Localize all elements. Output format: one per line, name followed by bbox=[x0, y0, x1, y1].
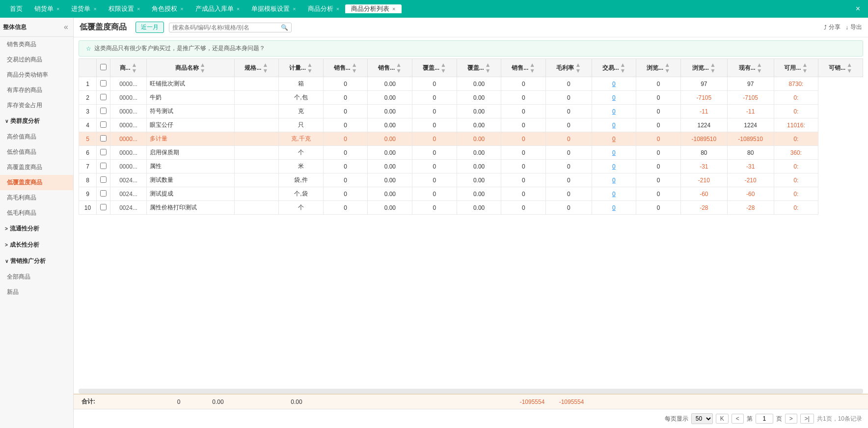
select-all-checkbox[interactable] bbox=[100, 64, 107, 70]
row-checkbox[interactable] bbox=[100, 80, 107, 86]
sidebar-item-商品分类动销率[interactable]: 商品分类动销率 bbox=[0, 67, 73, 83]
sidebar-item-交易过的商品[interactable]: 交易过的商品 bbox=[0, 52, 73, 67]
sidebar-item-低毛利商品[interactable]: 低毛利商品 bbox=[0, 205, 73, 221]
sidebar-section-营销推广分析[interactable]: ∨营销推广分析 bbox=[0, 253, 73, 269]
row-checkbox[interactable] bbox=[100, 176, 107, 183]
sidebar-section-成长性分析[interactable]: >成长性分析 bbox=[0, 237, 73, 253]
nav-close-icon[interactable]: × bbox=[93, 6, 96, 12]
nav-close-icon[interactable]: × bbox=[293, 6, 296, 12]
row-checkbox[interactable] bbox=[100, 190, 107, 197]
next-page-button[interactable]: > bbox=[785, 414, 797, 424]
first-page-button[interactable]: K bbox=[716, 414, 729, 424]
sidebar-item-高毛利商品[interactable]: 高毛利商品 bbox=[0, 190, 73, 205]
sidebar-section-类群度分析[interactable]: ∨类群度分析 bbox=[0, 113, 73, 129]
th-name[interactable]: 商品名称▲▼ bbox=[146, 59, 234, 77]
sidebar-item-销售类商品[interactable]: 销售类商品 bbox=[0, 37, 73, 52]
cell-link[interactable]: 0 bbox=[592, 132, 636, 146]
cell-checkbox[interactable] bbox=[97, 187, 110, 201]
th-coverage1[interactable]: 覆盖...▲▼ bbox=[412, 59, 457, 77]
sidebar-collapse-button[interactable]: « bbox=[62, 22, 70, 32]
sidebar-header: 整体信息 « bbox=[0, 18, 73, 37]
th-code[interactable]: 商...▲▼ bbox=[110, 59, 147, 77]
sidebar-item-高价值商品[interactable]: 高价值商品 bbox=[0, 129, 73, 144]
close-all-tabs-button[interactable]: × bbox=[852, 4, 864, 13]
nav-item-商品分析[interactable]: 商品分析× bbox=[302, 4, 345, 13]
nav-item-产成品入库单[interactable]: 产成品入库单× bbox=[190, 4, 245, 13]
nav-item-首页[interactable]: 首页 bbox=[4, 4, 28, 13]
sort-arrows-st2: ▲▼ bbox=[802, 62, 808, 74]
cell-link[interactable]: 0 bbox=[592, 118, 636, 132]
nav-close-icon[interactable]: × bbox=[180, 6, 183, 12]
row-checkbox[interactable] bbox=[100, 108, 107, 114]
nav-close-icon[interactable]: × bbox=[56, 6, 59, 12]
cell-link[interactable]: 0 bbox=[592, 160, 636, 173]
cell-inv3: 0: bbox=[774, 91, 818, 105]
cell-link[interactable]: 0 bbox=[592, 173, 636, 187]
sidebar-item-低价值商品[interactable]: 低价值商品 bbox=[0, 144, 73, 160]
share-button[interactable]: ⤴ 分享 bbox=[824, 23, 841, 31]
last-page-button[interactable]: >| bbox=[800, 414, 814, 424]
th-spec[interactable]: 规格...▲▼ bbox=[234, 59, 279, 77]
sidebar-item-有库存的商品[interactable]: 有库存的商品 bbox=[0, 83, 73, 98]
sidebar-item-高覆盖度商品[interactable]: 高覆盖度商品 bbox=[0, 160, 73, 175]
th-sales3[interactable]: 销售...▲▼ bbox=[501, 59, 546, 77]
nav-close-icon[interactable]: × bbox=[137, 6, 140, 12]
cell-link[interactable]: 0 bbox=[592, 105, 636, 118]
time-filter-button[interactable]: 近一月 bbox=[136, 22, 164, 33]
cell-link[interactable]: 0 bbox=[592, 187, 636, 201]
row-checkbox[interactable] bbox=[100, 204, 107, 210]
cell-checkbox[interactable] bbox=[97, 118, 110, 132]
cell-link[interactable]: 0 bbox=[592, 91, 636, 105]
row-checkbox[interactable] bbox=[100, 94, 107, 100]
sidebar-item-新品[interactable]: 新品 bbox=[0, 285, 73, 300]
th-grossmargin[interactable]: 毛利率▲▼ bbox=[546, 59, 592, 77]
th-views2[interactable]: 浏览...▲▼ bbox=[680, 59, 727, 77]
export-button[interactable]: ↓ 导出 bbox=[845, 23, 862, 31]
th-transactions[interactable]: 交易...▲▼ bbox=[592, 59, 636, 77]
search-input[interactable] bbox=[172, 24, 279, 31]
row-checkbox[interactable] bbox=[100, 135, 107, 142]
cell-checkbox[interactable] bbox=[97, 173, 110, 187]
cell-checkbox[interactable] bbox=[97, 132, 110, 146]
cell-link[interactable]: 0 bbox=[592, 146, 636, 160]
cell-checkbox[interactable] bbox=[97, 77, 110, 91]
page-number-input[interactable] bbox=[756, 414, 773, 424]
sidebar-item-库存资金占用[interactable]: 库存资金占用 bbox=[0, 98, 73, 113]
th-coverage2[interactable]: 覆盖...▲▼ bbox=[457, 59, 501, 77]
nav-item-单据模板设置[interactable]: 单据模板设置× bbox=[245, 4, 301, 13]
nav-item-角色授权[interactable]: 角色授权× bbox=[146, 4, 189, 13]
th-stock3[interactable]: 可销...▲▼ bbox=[818, 59, 863, 77]
nav-close-icon[interactable]: × bbox=[392, 6, 395, 12]
cell-checkbox[interactable] bbox=[97, 146, 110, 160]
cell-rownum: 6 bbox=[79, 146, 97, 160]
cell-checkbox[interactable] bbox=[97, 105, 110, 118]
row-checkbox[interactable] bbox=[100, 163, 107, 169]
horizontal-scrollbar[interactable] bbox=[79, 389, 863, 394]
cell-checkbox[interactable] bbox=[97, 201, 110, 215]
nav-item-权限设置[interactable]: 权限设置× bbox=[103, 4, 146, 13]
nav-close-icon[interactable]: × bbox=[237, 6, 240, 12]
sidebar-section-流通性分析[interactable]: >流通性分析 bbox=[0, 221, 73, 237]
row-checkbox[interactable] bbox=[100, 149, 107, 155]
cell-checkbox[interactable] bbox=[97, 160, 110, 173]
sort-arrows-tx: ▲▼ bbox=[620, 62, 626, 74]
nav-close-icon[interactable]: × bbox=[336, 6, 339, 12]
sidebar-item-全部商品[interactable]: 全部商品 bbox=[0, 269, 73, 285]
th-sales1[interactable]: 销售...▲▼ bbox=[323, 59, 368, 77]
row-checkbox[interactable] bbox=[100, 121, 107, 128]
cell-checkbox[interactable] bbox=[97, 91, 110, 105]
th-views1[interactable]: 浏览...▲▼ bbox=[636, 59, 681, 77]
th-checkbox[interactable] bbox=[97, 59, 110, 77]
th-stock1[interactable]: 现有...▲▼ bbox=[727, 59, 774, 77]
per-page-select[interactable]: 50 bbox=[691, 413, 713, 424]
th-unit[interactable]: 计量...▲▼ bbox=[279, 59, 324, 77]
cell-link[interactable]: 0 bbox=[592, 77, 636, 91]
cell-link[interactable]: 0 bbox=[592, 201, 636, 215]
th-stock2[interactable]: 可用...▲▼ bbox=[774, 59, 818, 77]
nav-item-进货单[interactable]: 进货单× bbox=[65, 4, 102, 13]
th-sales2[interactable]: 销售...▲▼ bbox=[368, 59, 412, 77]
sidebar-item-低覆盖度商品[interactable]: 低覆盖度商品 bbox=[0, 175, 73, 190]
prev-page-button[interactable]: < bbox=[732, 414, 744, 424]
nav-item-销货单[interactable]: 销货单× bbox=[28, 4, 65, 13]
nav-item-商品分析列表[interactable]: 商品分析列表× bbox=[345, 4, 401, 13]
